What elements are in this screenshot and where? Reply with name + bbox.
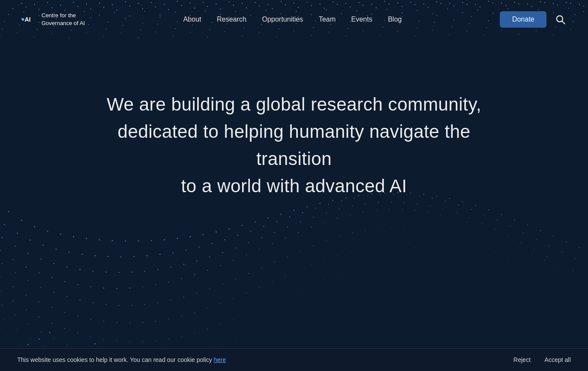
svg-point-409: [571, 275, 571, 275]
svg-point-349: [378, 202, 379, 203]
svg-point-335: [196, 260, 197, 261]
svg-point-250: [268, 218, 269, 219]
svg-point-665: [22, 18, 24, 21]
svg-point-594: [30, 338, 30, 339]
svg-point-448: [482, 246, 483, 246]
svg-point-536: [441, 272, 441, 272]
svg-point-266: [475, 205, 476, 206]
svg-point-661: [95, 343, 96, 345]
svg-point-371: [77, 284, 78, 285]
svg-point-628: [19, 344, 19, 345]
svg-point-272: [553, 236, 554, 237]
svg-point-278: [43, 245, 44, 246]
svg-point-232: [34, 226, 35, 228]
svg-point-453: [547, 279, 547, 279]
svg-point-574: [352, 294, 353, 294]
svg-point-526: [311, 285, 312, 285]
svg-point-550: [41, 331, 42, 332]
svg-point-339: [248, 242, 249, 243]
cookie-accept-button[interactable]: Accept all: [544, 356, 571, 363]
svg-point-429: [235, 279, 236, 279]
cookie-policy-link[interactable]: here: [214, 356, 226, 363]
svg-point-309: [445, 201, 446, 202]
svg-point-528: [337, 275, 338, 276]
svg-point-360: [521, 242, 521, 243]
svg-point-493: [480, 265, 480, 265]
svg-point-241: [151, 240, 152, 241]
svg-point-353: [430, 206, 431, 206]
nav-opportunities[interactable]: Opportunities: [262, 16, 303, 23]
svg-point-344: [313, 217, 314, 218]
svg-point-345: [326, 212, 327, 213]
svg-point-398: [428, 212, 428, 212]
svg-point-569: [288, 317, 288, 317]
svg-point-340: [261, 237, 262, 238]
svg-point-639: [162, 346, 163, 346]
cookie-reject-button[interactable]: Reject: [514, 356, 531, 363]
svg-point-432: [274, 262, 275, 263]
svg-point-614: [290, 301, 290, 301]
svg-point-236: [86, 238, 87, 239]
svg-point-254: [320, 203, 321, 204]
header: AI Centre for the Governance of AI About…: [0, 0, 588, 39]
svg-point-608: [212, 344, 212, 344]
svg-point-504: [26, 309, 26, 310]
svg-point-388: [298, 232, 299, 233]
nav-events[interactable]: Events: [351, 16, 372, 23]
svg-point-240: [138, 241, 139, 242]
search-button[interactable]: [553, 13, 567, 26]
svg-point-538: [467, 279, 467, 280]
logo[interactable]: AI Centre for the Governance of AI: [21, 12, 85, 27]
svg-point-271: [540, 230, 541, 231]
svg-point-298: [302, 212, 303, 213]
svg-point-244: [190, 236, 191, 238]
svg-point-393: [363, 212, 364, 212]
nav-team[interactable]: Team: [319, 16, 336, 23]
svg-point-578: [404, 290, 405, 291]
svg-point-252: [294, 210, 295, 211]
svg-point-459: [38, 301, 39, 302]
nav-blog[interactable]: Blog: [388, 16, 402, 23]
svg-point-477: [272, 281, 272, 282]
svg-point-473: [220, 303, 221, 304]
svg-point-323: [41, 259, 42, 260]
svg-point-645: [240, 300, 240, 300]
svg-point-407: [544, 260, 545, 260]
svg-point-619: [355, 275, 355, 276]
svg-point-444: [430, 230, 430, 230]
svg-point-233: [47, 231, 48, 232]
svg-point-422: [144, 304, 145, 305]
svg-point-509: [90, 336, 91, 337]
logo-icon: AI: [21, 12, 36, 27]
svg-point-316: [536, 239, 537, 240]
svg-point-468: [155, 321, 156, 322]
svg-point-370: [64, 281, 65, 282]
svg-point-310: [458, 205, 459, 206]
svg-point-314: [510, 226, 511, 227]
svg-point-342: [287, 227, 288, 228]
svg-point-461: [64, 312, 65, 313]
svg-point-347: [352, 206, 353, 206]
svg-point-337: [222, 252, 223, 253]
svg-point-288: [173, 252, 174, 254]
svg-point-268: [501, 214, 502, 215]
donate-button[interactable]: Donate: [500, 11, 546, 28]
nav-about[interactable]: About: [183, 16, 201, 23]
svg-point-235: [73, 236, 74, 238]
svg-point-363: [559, 263, 560, 264]
svg-point-313: [497, 220, 498, 221]
svg-point-230: [8, 211, 10, 212]
svg-point-274: [579, 247, 580, 248]
svg-point-338: [235, 247, 236, 248]
svg-point-350: [391, 202, 392, 203]
svg-point-413: [28, 280, 29, 281]
svg-point-246: [216, 231, 217, 233]
svg-point-276: [17, 233, 18, 234]
search-icon: [556, 15, 565, 24]
svg-point-483: [350, 251, 350, 252]
svg-point-643: [214, 315, 214, 316]
svg-point-456: [0, 277, 0, 278]
nav-research[interactable]: Research: [217, 16, 246, 23]
svg-point-279: [56, 249, 57, 250]
svg-point-355: [456, 212, 457, 213]
